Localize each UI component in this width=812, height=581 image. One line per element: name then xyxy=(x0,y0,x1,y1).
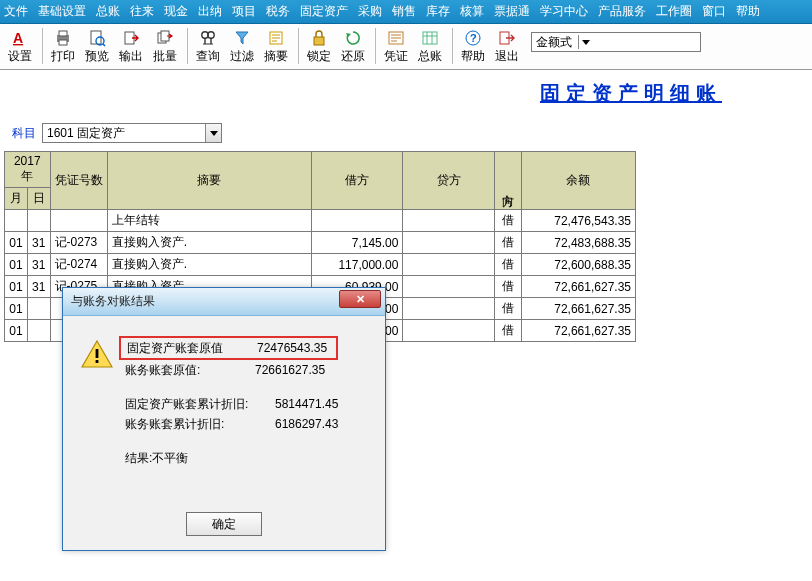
menu-item[interactable]: 基础设置 xyxy=(38,3,86,20)
cell: 117,000.00 xyxy=(311,254,403,276)
menu-item[interactable]: 产品服务 xyxy=(598,3,646,20)
menu-item[interactable]: 固定资产 xyxy=(300,3,348,20)
table-row[interactable]: 上年结转借72,476,543.35 xyxy=(5,210,636,232)
toolbar-帮助[interactable]: ?帮助 xyxy=(457,28,489,65)
cell: 72,600,688.35 xyxy=(521,254,635,276)
th-balance: 余额 xyxy=(521,152,635,210)
help-icon: ? xyxy=(462,28,484,48)
toolbar-输出[interactable]: 输出 xyxy=(115,28,147,65)
toolbar-还原[interactable]: 还原 xyxy=(337,28,369,65)
cell xyxy=(50,210,107,232)
th-debit: 借方 xyxy=(311,152,403,210)
toolbar-设置[interactable]: A设置 xyxy=(4,28,36,65)
cell: 72,476,543.35 xyxy=(521,210,635,232)
fa-orig-label: 固定资产账套原值 xyxy=(127,338,247,358)
menu-item[interactable]: 往来 xyxy=(130,3,154,20)
cell: 01 xyxy=(5,320,28,342)
th-credit: 贷方 xyxy=(403,152,495,210)
batch-icon xyxy=(154,28,176,48)
restore-icon xyxy=(342,28,364,48)
gl-orig-label: 账务账套原值: xyxy=(125,360,245,380)
svg-line-6 xyxy=(103,44,105,46)
toolbar-查询[interactable]: 查询 xyxy=(192,28,224,65)
lock-icon xyxy=(308,28,330,48)
cell: 记-0273 xyxy=(50,232,107,254)
menu-item[interactable]: 工作圈 xyxy=(656,3,692,20)
table-row[interactable]: 0131记-0273直接购入资产.7,145.00借72,483,688.35 xyxy=(5,232,636,254)
svg-rect-3 xyxy=(59,40,67,45)
cell: 31 xyxy=(27,254,50,276)
menu-item[interactable]: 采购 xyxy=(358,3,382,20)
toolbar-打印[interactable]: 打印 xyxy=(47,28,79,65)
toolbar: A设置打印预览输出批量查询过滤摘要锁定还原凭证总账?帮助退出金额式 xyxy=(0,24,812,70)
toolbar-label: 过滤 xyxy=(230,48,254,65)
cell: 01 xyxy=(5,276,28,298)
preview-icon xyxy=(86,28,108,48)
mode-select[interactable]: 金额式 xyxy=(531,32,701,52)
toolbar-label: 打印 xyxy=(51,48,75,65)
th-voucher: 凭证号数 xyxy=(50,152,107,210)
menu-item[interactable]: 帮助 xyxy=(736,3,760,20)
toolbar-过滤[interactable]: 过滤 xyxy=(226,28,258,65)
cell xyxy=(403,232,495,254)
cell xyxy=(27,320,50,342)
close-button[interactable]: ✕ xyxy=(339,290,381,308)
cell: 直接购入资产. xyxy=(107,254,311,276)
menu-item[interactable]: 项目 xyxy=(232,3,256,20)
toolbar-label: 还原 xyxy=(341,48,365,65)
toolbar-separator xyxy=(187,28,188,64)
cell xyxy=(27,210,50,232)
toolbar-退出[interactable]: 退出 xyxy=(491,28,523,65)
menu-item[interactable]: 出纳 xyxy=(198,3,222,20)
fa-dep-label: 固定资产账套累计折旧: xyxy=(125,394,265,414)
dialog-message: 固定资产账套原值 72476543.35 账务账套原值: 72661627.35… xyxy=(125,336,338,468)
toolbar-预览[interactable]: 预览 xyxy=(81,28,113,65)
close-icon: ✕ xyxy=(356,293,365,306)
table-row[interactable]: 0131记-0274直接购入资产.117,000.00借72,600,688.3… xyxy=(5,254,636,276)
menu-item[interactable]: 总账 xyxy=(96,3,120,20)
toolbar-label: 帮助 xyxy=(461,48,485,65)
menu-item[interactable]: 税务 xyxy=(266,3,290,20)
toolbar-批量[interactable]: 批量 xyxy=(149,28,181,65)
svg-rect-33 xyxy=(96,360,99,363)
toolbar-总账[interactable]: 总账 xyxy=(414,28,446,65)
svg-text:A: A xyxy=(13,30,23,46)
menu-item[interactable]: 核算 xyxy=(460,3,484,20)
toolbar-摘要[interactable]: 摘要 xyxy=(260,28,292,65)
toolbar-separator xyxy=(452,28,453,64)
menu-item[interactable]: 销售 xyxy=(392,3,416,20)
page-title[interactable]: 固定资产明细账 xyxy=(540,82,722,104)
menu-item[interactable]: 票据通 xyxy=(494,3,530,20)
dialog-title: 与账务对账结果 xyxy=(71,293,155,310)
subject-label: 科目 xyxy=(12,125,36,142)
menu-item[interactable]: 窗口 xyxy=(702,3,726,20)
page-title-wrap: 固定资产明细账 xyxy=(0,70,812,117)
svg-rect-2 xyxy=(59,31,67,36)
ok-button[interactable]: 确定 xyxy=(186,512,262,536)
toolbar-separator xyxy=(42,28,43,64)
mode-value: 金额式 xyxy=(536,34,572,51)
result-label: 结果:不平衡 xyxy=(125,448,338,468)
cell xyxy=(311,210,403,232)
cell: 借 xyxy=(495,298,522,320)
dialog-titlebar[interactable]: 与账务对账结果 ✕ xyxy=(63,288,385,316)
cell xyxy=(403,298,495,320)
toolbar-凭证[interactable]: 凭证 xyxy=(380,28,412,65)
menu-item[interactable]: 文件 xyxy=(4,3,28,20)
exit-icon xyxy=(496,28,518,48)
toolbar-label: 摘要 xyxy=(264,48,288,65)
filter-icon xyxy=(231,28,253,48)
menu-item[interactable]: 现金 xyxy=(164,3,188,20)
reconcile-dialog: 与账务对账结果 ✕ 固定资产账套原值 72476543.35 账务账套原值: 7… xyxy=(62,287,386,551)
th-year: 2017年 xyxy=(5,152,51,188)
summary-icon xyxy=(265,28,287,48)
toolbar-锁定[interactable]: 锁定 xyxy=(303,28,335,65)
subject-select[interactable]: 1601 固定资产 xyxy=(42,123,222,143)
chevron-down-icon xyxy=(205,124,221,142)
cell xyxy=(403,254,495,276)
cell: 直接购入资产. xyxy=(107,232,311,254)
export-icon xyxy=(120,28,142,48)
menu-item[interactable]: 学习中心 xyxy=(540,3,588,20)
menu-item[interactable]: 库存 xyxy=(426,3,450,20)
print-icon xyxy=(52,28,74,48)
